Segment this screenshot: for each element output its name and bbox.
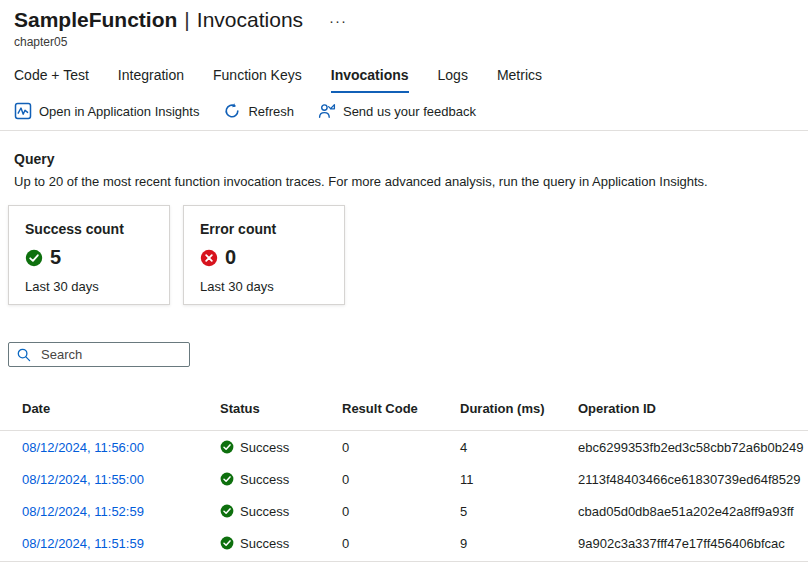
column-header-status: Status <box>220 401 342 416</box>
table-row: 08/12/2024, 11:56:00 Success 0 4 ebc6299… <box>0 431 808 463</box>
toolbar-item-label: Refresh <box>248 104 294 119</box>
tab-integration[interactable]: Integration <box>118 63 184 93</box>
query-section: Query Up to 20 of the most recent functi… <box>0 131 808 189</box>
open-in-app-insights-button[interactable]: Open in Application Insights <box>14 102 199 120</box>
error-count-value: 0 <box>225 246 236 269</box>
success-check-icon <box>220 472 234 486</box>
refresh-button[interactable]: Refresh <box>223 102 294 120</box>
status-label: Success <box>240 536 289 551</box>
column-header-date: Date <box>22 401 220 416</box>
duration-cell: 4 <box>460 440 578 455</box>
success-check-icon <box>25 249 43 267</box>
summary-cards: Success count 5 Last 30 days Error count… <box>8 205 808 305</box>
tab-bar: Code + Test Integration Function Keys In… <box>0 63 808 93</box>
title-separator: | <box>184 8 189 32</box>
duration-cell: 5 <box>460 504 578 519</box>
invocation-date-link[interactable]: 08/12/2024, 11:56:00 <box>22 440 144 455</box>
error-count-card: Error count 0 Last 30 days <box>183 205 345 305</box>
app-insights-chart-icon <box>14 102 32 120</box>
invocation-date-link[interactable]: 08/12/2024, 11:52:59 <box>22 504 144 519</box>
column-header-operation-id: Operation ID <box>578 401 808 416</box>
command-bar: Open in Application Insights Refresh Sen… <box>0 93 808 131</box>
operation-id-cell: 9a902c3a337fff47e17ff456406bfcac <box>578 536 808 551</box>
tab-invocations[interactable]: Invocations <box>331 63 409 93</box>
status-label: Success <box>240 440 289 455</box>
table-bottom-divider <box>0 561 808 562</box>
column-header-duration: Duration (ms) <box>460 401 578 416</box>
duration-cell: 9 <box>460 536 578 551</box>
success-count-card: Success count 5 Last 30 days <box>8 205 170 305</box>
send-feedback-button[interactable]: Send us your feedback <box>318 102 476 120</box>
toolbar-item-label: Send us your feedback <box>343 104 476 119</box>
result-code-cell: 0 <box>342 536 460 551</box>
success-count-value: 5 <box>50 246 61 269</box>
table-row: 08/12/2024, 11:51:59 Success 0 9 9a902c3… <box>0 527 808 559</box>
query-heading: Query <box>14 151 794 167</box>
page-title: SampleFunction | Invocations ··· <box>14 8 794 32</box>
query-description: Up to 20 of the most recent function inv… <box>14 174 794 189</box>
success-check-icon <box>220 536 234 550</box>
refresh-icon <box>223 102 241 120</box>
feedback-person-icon <box>318 102 336 120</box>
page-title-section: Invocations <box>197 8 303 32</box>
toolbar-item-label: Open in Application Insights <box>39 104 199 119</box>
operation-id-cell: ebc6299353fb2ed3c58cbb72a6b0b249 <box>578 440 808 455</box>
card-title: Success count <box>25 221 153 237</box>
function-name: SampleFunction <box>14 8 177 32</box>
page-header: SampleFunction | Invocations ··· chapter… <box>0 0 808 49</box>
search-input[interactable] <box>41 347 217 362</box>
table-header-row: Date Status Result Code Duration (ms) Op… <box>0 390 808 426</box>
invocations-table: Date Status Result Code Duration (ms) Op… <box>0 390 808 562</box>
status-label: Success <box>240 472 289 487</box>
card-period: Last 30 days <box>200 279 328 294</box>
card-period: Last 30 days <box>25 279 153 294</box>
tab-metrics[interactable]: Metrics <box>497 63 542 93</box>
tab-code-test[interactable]: Code + Test <box>14 63 89 93</box>
operation-id-cell: cbad05d0db8ae51a202e42a8ff9a93ff <box>578 504 808 519</box>
invocation-date-link[interactable]: 08/12/2024, 11:51:59 <box>22 536 144 551</box>
search-icon <box>17 348 31 362</box>
duration-cell: 11 <box>460 472 578 487</box>
status-label: Success <box>240 504 289 519</box>
result-code-cell: 0 <box>342 440 460 455</box>
column-header-result-code: Result Code <box>342 401 460 416</box>
table-row: 08/12/2024, 11:52:59 Success 0 5 cbad05d… <box>0 495 808 527</box>
breadcrumb-app-name: chapter05 <box>14 35 794 49</box>
tab-function-keys[interactable]: Function Keys <box>213 63 302 93</box>
more-menu-icon[interactable]: ··· <box>329 12 347 29</box>
success-check-icon <box>220 504 234 518</box>
operation-id-cell: 2113f48403466ce61830739ed64f8529 <box>578 472 808 487</box>
card-title: Error count <box>200 221 328 237</box>
table-row: 08/12/2024, 11:55:00 Success 0 11 2113f4… <box>0 463 808 495</box>
error-x-icon <box>200 249 218 267</box>
result-code-cell: 0 <box>342 504 460 519</box>
search-box[interactable] <box>8 342 190 367</box>
invocation-date-link[interactable]: 08/12/2024, 11:55:00 <box>22 472 144 487</box>
result-code-cell: 0 <box>342 472 460 487</box>
tab-logs[interactable]: Logs <box>438 63 468 93</box>
success-check-icon <box>220 440 234 454</box>
